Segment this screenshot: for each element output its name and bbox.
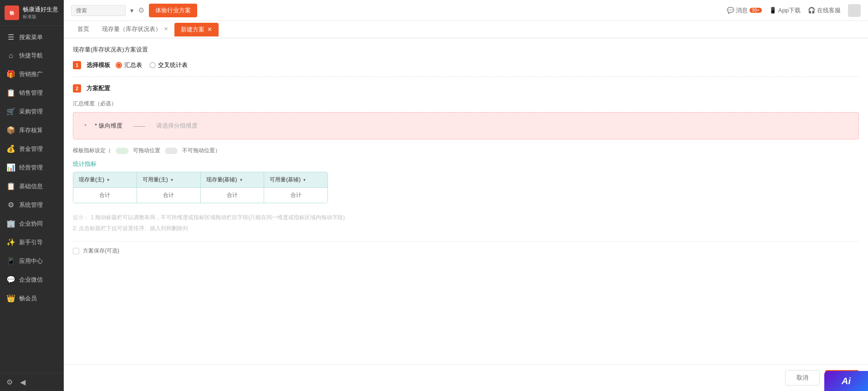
sales-icon: 📋 bbox=[6, 88, 15, 97]
sidebar-item-inventory[interactable]: 📦 库存核算 bbox=[0, 121, 64, 139]
phone-icon: 📱 bbox=[769, 7, 776, 14]
close-inventory-tab[interactable]: ✕ bbox=[164, 26, 168, 32]
logo-icon: 畅 bbox=[5, 5, 19, 20]
stat-title: 统计指标 bbox=[73, 160, 859, 168]
sidebar-item-finance[interactable]: 💰 资金管理 bbox=[0, 139, 64, 158]
sidebar-item-basic-info[interactable]: 📋 基础信息 bbox=[0, 177, 64, 196]
topbar: ▾ ⚙ 体验行业方案 💬 消息 99+ 📱 App下载 🎧 在线客服 bbox=[64, 0, 868, 21]
svg-text:畅: 畅 bbox=[10, 10, 14, 15]
step2-row: 2 方案配置 bbox=[73, 84, 859, 93]
stat-body-cell-2: 合计 bbox=[137, 188, 201, 203]
purchase-icon: 🛒 bbox=[6, 107, 15, 116]
dimension-placeholder[interactable]: 请选择分组维度 bbox=[156, 122, 198, 130]
content-area: 现存量(库存状况表)方案设置 1 选择模板 汇总表 交叉统计表 bbox=[64, 38, 868, 364]
guide-icon: ✨ bbox=[6, 238, 15, 247]
basic-info-icon: 📋 bbox=[6, 182, 15, 190]
sidebar-item-search-menu[interactable]: ☰ 搜索菜单 bbox=[0, 28, 64, 46]
dimension-config-box: * * 纵向维度 —— 请选择分组维度 bbox=[73, 112, 859, 139]
non-draggable-label: 不可拖动位置） bbox=[182, 147, 220, 154]
avatar[interactable] bbox=[848, 4, 861, 17]
stat-header-cell-4[interactable]: 可用量(基辅) ▾ bbox=[264, 172, 327, 187]
stat-body-row: 合计 合计 合计 合计 bbox=[73, 187, 327, 203]
stat-header-cell-3[interactable]: 现存量(基辅) ▾ bbox=[201, 172, 265, 187]
enterprise-icon: 🏢 bbox=[6, 219, 15, 228]
cancel-button[interactable]: 取消 bbox=[785, 370, 820, 386]
save-scheme-checkbox[interactable] bbox=[73, 248, 79, 254]
footer-bar: 取消 查询 bbox=[64, 364, 868, 391]
dimension-title: 汇总维度（必选） bbox=[73, 100, 859, 108]
sidebar-item-purchase[interactable]: 🛒 采购管理 bbox=[0, 102, 64, 121]
member-icon: 👑 bbox=[6, 294, 15, 303]
sidebar-logo: 畅 畅康通好生意 标准版 bbox=[0, 0, 64, 26]
step2-num: 2 bbox=[73, 84, 81, 93]
sidebar-item-quick-nav[interactable]: ⌂ 快捷导航 bbox=[0, 46, 64, 65]
step1-row: 1 选择模板 汇总表 交叉统计表 bbox=[73, 61, 859, 69]
settings-icon[interactable]: ⚙ bbox=[6, 378, 13, 386]
topbar-gear-icon[interactable]: ⚙ bbox=[138, 6, 144, 15]
required-star: * bbox=[84, 123, 87, 129]
stat-header: 现存量(主) ▾ 可用量(主) ▾ 现存量(基辅) ▾ 可用量(基辅) ▾ bbox=[73, 172, 327, 187]
chevron-col2: ▾ bbox=[171, 177, 173, 182]
dropdown-icon[interactable]: ▾ bbox=[130, 7, 133, 14]
finance-icon: 💰 bbox=[6, 144, 15, 153]
indicator-title: 模板指标设定（ bbox=[73, 147, 111, 154]
sidebar-item-operations[interactable]: 📊 经营管理 bbox=[0, 158, 64, 177]
draggable-indicator bbox=[116, 148, 128, 154]
search-menu-icon: ☰ bbox=[6, 33, 15, 41]
system-icon: ⚙ bbox=[6, 201, 15, 209]
close-new-scheme-tab[interactable]: ✕ bbox=[207, 26, 212, 33]
step1-label: 选择模板 bbox=[87, 61, 110, 69]
radio-summary-circle bbox=[116, 62, 122, 68]
sidebar-nav: ☰ 搜索菜单 ⌂ 快捷导航 🎁 营销推广 📋 销售管理 🛒 采购管理 📦 库存核… bbox=[0, 26, 64, 373]
radio-cross-circle bbox=[149, 62, 156, 68]
sidebar-item-wechat[interactable]: 💬 企业微信 bbox=[0, 270, 64, 289]
sidebar-bottom: ⚙ ◀ bbox=[0, 373, 64, 391]
tip-row-1: 提示： 1.拖动标题栏可以调整布局，不可跨维度或指标区域拖动栏目字段(只能在同一… bbox=[73, 212, 859, 223]
tab-new-scheme[interactable]: 新建方案 ✕ bbox=[174, 23, 219, 36]
operations-icon: 📊 bbox=[6, 163, 15, 172]
sidebar-item-system[interactable]: ⚙ 系统管理 bbox=[0, 196, 64, 214]
wechat-icon: 💬 bbox=[6, 275, 15, 284]
template-radio-group: 汇总表 交叉统计表 bbox=[116, 61, 188, 69]
stat-header-cell-2[interactable]: 可用量(主) ▾ bbox=[137, 172, 201, 187]
step2-label: 方案配置 bbox=[87, 84, 110, 93]
main-area: ▾ ⚙ 体验行业方案 💬 消息 99+ 📱 App下载 🎧 在线客服 首页 bbox=[64, 0, 868, 391]
stat-body-cell-1: 合计 bbox=[73, 188, 137, 203]
divider1 bbox=[73, 77, 859, 77]
sidebar-item-enterprise[interactable]: 🏢 企业协同 bbox=[0, 214, 64, 233]
home-icon: ⌂ bbox=[6, 51, 15, 60]
chevron-col1: ▾ bbox=[107, 177, 109, 182]
app-download-btn[interactable]: 📱 App下载 bbox=[769, 6, 801, 15]
tip-row-2: 2. 点击标题栏下拉可设置排序、插入列和删除列 bbox=[73, 223, 859, 234]
stat-table: 现存量(主) ▾ 可用量(主) ▾ 现存量(基辅) ▾ 可用量(基辅) ▾ bbox=[73, 172, 328, 203]
sidebar-item-guide[interactable]: ✨ 新手引导 bbox=[0, 233, 64, 252]
draggable-label: 可拖动位置 bbox=[133, 147, 160, 154]
sidebar-item-member[interactable]: 👑 畅会员 bbox=[0, 289, 64, 308]
indicator-row: 模板指标设定（ 可拖动位置 不可拖动位置） bbox=[73, 147, 859, 154]
headset-icon: 🎧 bbox=[808, 7, 815, 14]
non-draggable-indicator bbox=[165, 148, 178, 154]
tips-section: 提示： 1.拖动标题栏可以调整布局，不可跨维度或指标区域拖动栏目字段(只能在同一… bbox=[73, 212, 859, 234]
sidebar-item-app-center[interactable]: 📱 应用中心 bbox=[0, 252, 64, 270]
logo-text: 畅康通好生意 标准版 bbox=[23, 6, 58, 20]
step1-num: 1 bbox=[73, 61, 81, 69]
collapse-icon[interactable]: ◀ bbox=[20, 378, 26, 386]
tab-bar: 首页 现存量（库存状况表） ✕ 新建方案 ✕ bbox=[64, 21, 868, 38]
message-btn[interactable]: 💬 消息 99+ bbox=[727, 6, 762, 15]
ai-badge[interactable]: Ai bbox=[824, 371, 868, 391]
sidebar-item-sales[interactable]: 📋 销售管理 bbox=[0, 83, 64, 102]
online-service-btn[interactable]: 🎧 在线客服 bbox=[808, 6, 841, 15]
search-input[interactable] bbox=[71, 5, 126, 16]
stat-header-cell-1[interactable]: 现存量(主) ▾ bbox=[73, 172, 137, 187]
tab-inventory-status[interactable]: 现存量（库存状况表） ✕ bbox=[96, 21, 174, 38]
industry-btn[interactable]: 体验行业方案 bbox=[149, 4, 197, 17]
chevron-col4: ▾ bbox=[303, 177, 306, 182]
save-row: 方案保存(可选) bbox=[73, 241, 859, 260]
radio-summary[interactable]: 汇总表 bbox=[116, 61, 142, 69]
radio-cross[interactable]: 交叉统计表 bbox=[149, 61, 188, 69]
sidebar-item-marketing[interactable]: 🎁 营销推广 bbox=[0, 65, 64, 83]
content-inner: 现存量(库存状况表)方案设置 1 选择模板 汇总表 交叉统计表 bbox=[64, 38, 868, 364]
separator: —— bbox=[133, 123, 145, 129]
vertical-dim-label: * 纵向维度 bbox=[95, 122, 123, 130]
tab-home[interactable]: 首页 bbox=[71, 21, 96, 38]
